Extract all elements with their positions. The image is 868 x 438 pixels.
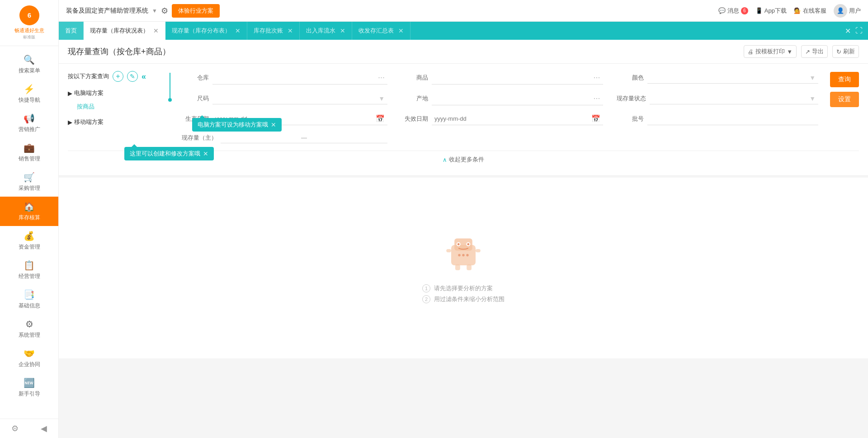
size-label: 尺码 [182, 94, 209, 103]
origin-label: 产地 [401, 94, 428, 103]
tabs-close-all-btn[interactable]: ✕ [845, 27, 851, 35]
svg-point-7 [467, 243, 470, 245]
tooltip-edit: 这里可以创建和修改方案哦 ✕ [124, 147, 214, 160]
sidebar-item-purchase[interactable]: 🛒 采购管理 [0, 167, 58, 197]
sidebar-label-system: 系统管理 [19, 331, 40, 339]
sidebar-item-enterprise[interactable]: 🤝 企业协同 [0, 344, 58, 373]
header-settings-icon[interactable]: ⚙ [161, 6, 168, 16]
enterprise-icon: 🤝 [24, 348, 35, 359]
sidebar: 6 畅通通好生意 标准版 🔍 搜索菜单 ⚡ 快捷导航 📢 营销推广 💼 销售管理… [0, 0, 59, 438]
sidebar-item-quicknav[interactable]: ⚡ 快捷导航 [0, 79, 58, 108]
logo-area: 6 畅通通好生意 标准版 [0, 0, 58, 46]
scheme-pc-default-label: 按商品 [77, 103, 94, 111]
settings-bottom-btn[interactable]: ⚙ [11, 424, 19, 433]
tab-inventory-status[interactable]: 现存量（库存状况表） ✕ [84, 22, 165, 40]
refresh-btn[interactable]: ↻ 刷新 [832, 45, 859, 58]
industry-btn[interactable]: 体验行业方案 [172, 4, 220, 18]
tooltip-scheme-text: 电脑方案可设为移动方案哦 [198, 121, 268, 129]
sidebar-item-system[interactable]: ⚙ 系统管理 [0, 314, 58, 344]
empty-state: 1 请先选择要分析的方案 2 用过滤条件来缩小分析范围 [59, 178, 868, 358]
operations-icon: 📋 [24, 260, 35, 271]
tab-receive-summary[interactable]: 收发存汇总表 ✕ [352, 22, 410, 40]
scheme-mobile[interactable]: ▶ 移动端方案 [68, 116, 158, 128]
tab-home[interactable]: 首页 [59, 22, 84, 40]
field-warehouse: 仓库 ··· [182, 71, 387, 85]
tab-close-inout-flow[interactable]: ✕ [340, 27, 345, 34]
scheme-back-btn[interactable]: « [142, 72, 146, 81]
warehouse-dots-icon[interactable]: ··· [378, 73, 385, 82]
scheme-edit-btn[interactable]: ✎ [127, 71, 138, 82]
system-name: 装备及固定资产辅助管理系统 [66, 7, 148, 15]
print-template-btn[interactable]: 🖨 按模板打印 ▼ [744, 45, 797, 58]
tabs-maximize-btn[interactable]: ⛶ [855, 27, 863, 35]
expire-date-label: 失效日期 [401, 115, 428, 123]
reset-btn[interactable]: 设置 [830, 92, 859, 107]
tab-close-inventory-dist[interactable]: ✕ [235, 27, 241, 34]
search-btn[interactable]: 查询 [830, 72, 859, 87]
scheme-pc-default[interactable]: 按商品 [68, 101, 158, 113]
scheme-add-btn[interactable]: + [113, 71, 123, 82]
page-actions: 🖨 按模板打印 ▼ ↗ 导出 ↻ 刷新 [744, 45, 859, 58]
tab-home-label: 首页 [65, 27, 77, 35]
goods-dots-icon[interactable]: ··· [593, 73, 600, 82]
tab-batch-ledger[interactable]: 库存批次账 ✕ [247, 22, 300, 40]
tab-close-inventory-status[interactable]: ✕ [153, 27, 159, 34]
batch-no-input[interactable] [650, 116, 816, 122]
tab-close-batch-ledger[interactable]: ✕ [288, 27, 293, 34]
finance-icon: 💰 [24, 231, 35, 241]
app-label: App下载 [764, 7, 787, 15]
scheme-mobile-arrow: ▶ [68, 119, 72, 126]
prod-date-calendar-icon[interactable]: 📅 [376, 114, 385, 123]
user-area[interactable]: 👤 用户 [834, 4, 861, 18]
guide-icon: 🆕 [24, 377, 35, 388]
scheme-mobile-label: 移动端方案 [74, 118, 104, 126]
svg-point-13 [462, 254, 464, 256]
main-content: 现存量查询（按仓库+商品） 🖨 按模板打印 ▼ ↗ 导出 ↻ 刷新 按以下方案查… [59, 40, 868, 438]
collapse-label: 收起更多条件 [449, 155, 484, 164]
empty-hint-2-text: 用过滤条件来缩小分析范围 [434, 295, 505, 303]
stock-main-max-input[interactable] [309, 134, 385, 141]
tab-inventory-dist[interactable]: 现存量（库存分布表） ✕ [165, 22, 247, 40]
tab-inout-flow[interactable]: 出入库流水 ✕ [300, 22, 352, 40]
system-dropdown[interactable]: ▼ [152, 8, 157, 14]
sidebar-item-finance[interactable]: 💰 资金管理 [0, 226, 58, 255]
online-support-btn[interactable]: 💁 在线客服 [794, 7, 826, 15]
sidebar-item-operations[interactable]: 📋 经营管理 [0, 255, 58, 285]
field-goods: 商品 ··· [401, 71, 603, 85]
color-label: 颜色 [617, 74, 644, 82]
expire-date-calendar-icon[interactable]: 📅 [591, 114, 600, 123]
stock-status-dropdown-icon[interactable]: ▼ [809, 95, 816, 102]
message-btn[interactable]: 💬 消息 6 [718, 7, 748, 15]
print-label: 按模板打印 [755, 47, 785, 56]
tooltip-edit-close[interactable]: ✕ [203, 150, 208, 157]
sidebar-item-sales[interactable]: 💼 销售管理 [0, 138, 58, 167]
export-btn[interactable]: ↗ 导出 [801, 45, 828, 58]
stock-main-min-input[interactable] [223, 134, 299, 141]
tab-batch-ledger-label: 库存批次账 [254, 27, 283, 35]
system-icon: ⚙ [25, 319, 33, 330]
sidebar-item-basicinfo[interactable]: 📑 基础信息 [0, 285, 58, 314]
sidebar-item-search[interactable]: 🔍 搜索菜单 [0, 50, 58, 79]
expire-date-input[interactable] [434, 115, 591, 122]
export-label: 导出 [812, 47, 824, 56]
sidebar-label-purchase: 采购管理 [19, 184, 40, 192]
color-dropdown-icon[interactable]: ▼ [809, 74, 816, 81]
tab-close-receive-summary[interactable]: ✕ [398, 27, 404, 34]
sidebar-item-marketing[interactable]: 📢 营销推广 [0, 108, 58, 138]
scheme-pc-arrow: ▶ [68, 90, 72, 97]
size-dropdown-icon[interactable]: ▼ [378, 95, 385, 102]
sidebar-item-guide[interactable]: 🆕 新手引导 [0, 373, 58, 402]
message-icon: 💬 [718, 7, 726, 14]
inventory-icon: 🏠 [24, 201, 35, 212]
origin-dots-icon[interactable]: ··· [593, 94, 600, 103]
header-left: 装备及固定资产辅助管理系统 ▼ ⚙ 体验行业方案 [66, 4, 220, 18]
sidebar-item-inventory[interactable]: 🏠 库存核算 [0, 197, 58, 226]
scheme-pc-label: 电脑端方案 [74, 89, 104, 97]
collapse-sidebar-btn[interactable]: ◀ [41, 424, 47, 433]
tooltip-scheme-close[interactable]: ✕ [271, 121, 276, 128]
app-download-btn[interactable]: 📱 App下载 [755, 7, 787, 15]
page-title: 现存量查询（按仓库+商品） [68, 46, 170, 57]
scheme-pc[interactable]: ▶ 电脑端方案 [68, 87, 158, 99]
empty-hint-1: 1 请先选择要分析的方案 [422, 284, 505, 292]
hint-num-1: 1 [422, 284, 430, 292]
